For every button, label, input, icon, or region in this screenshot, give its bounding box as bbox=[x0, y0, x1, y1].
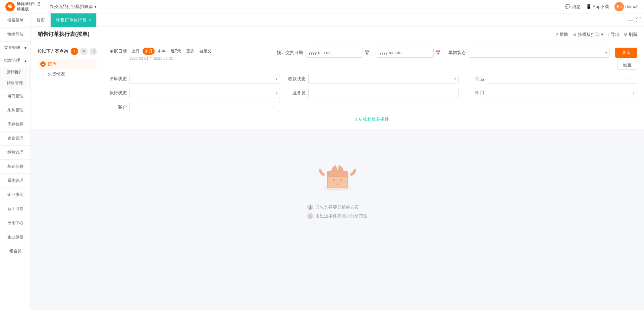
date-tab-this-month[interactable]: 本月 bbox=[143, 48, 155, 55]
refresh-button[interactable]: ↺ 刷新 bbox=[624, 32, 637, 38]
empty-tip-2: 2 用过滤条件来缩小分析范围 bbox=[307, 212, 368, 220]
export-icon: ↑ bbox=[607, 32, 610, 37]
tab-maximize-icon[interactable]: ⛶ bbox=[636, 17, 641, 23]
exec-status-select[interactable] bbox=[129, 88, 280, 98]
date-tab-7days[interactable]: 近7天 bbox=[169, 48, 183, 55]
sidebar-item-operations[interactable]: 经营管理 bbox=[0, 146, 31, 160]
sidebar-item-marketing[interactable]: 营销推广 bbox=[0, 67, 31, 78]
export-button[interactable]: ↑ 导出 bbox=[607, 32, 620, 38]
sidebar-item-app-center[interactable]: 应用中心 bbox=[0, 216, 31, 230]
filter-dept-item: 部门 ▾ bbox=[464, 88, 637, 98]
empty-illustration bbox=[317, 156, 358, 196]
scheme-edit-button[interactable]: ✎ bbox=[80, 48, 88, 55]
user-profile[interactable]: Ea demo2 bbox=[614, 2, 639, 11]
page-header: 销售订单执行表(按单) ? 帮助 🖨 按模板打印 ▾ ↑ 导出 bbox=[31, 27, 644, 42]
chevron-up-icon: ▴ bbox=[24, 58, 26, 63]
scheme-selector: 按以下方案查询 + ✎ 《 ● 按单 bbox=[38, 48, 101, 123]
goods-dots-icon[interactable]: ··· bbox=[628, 76, 634, 82]
filter-date-item: 单据日期 上月 本月 本年 近7天 更多 自定义 bbox=[107, 48, 271, 61]
topbar: 畅 畅捷通好生意 标准版 办公用品行业模拟账套 ▾ 💬 消息 📱 App下载 E… bbox=[0, 0, 644, 13]
app-download-button[interactable]: 📱 App下载 bbox=[586, 4, 609, 10]
calendar-end-icon[interactable]: 📅 bbox=[435, 50, 440, 55]
date-tab-last-month[interactable]: 上月 bbox=[129, 48, 142, 55]
sidebar-item-member[interactable]: 畅会员 bbox=[0, 244, 31, 258]
print-chevron-icon: ▾ bbox=[601, 32, 603, 37]
help-icon: ? bbox=[555, 32, 558, 37]
expected-date-start[interactable] bbox=[306, 48, 363, 58]
customer-dots-icon[interactable]: ··· bbox=[270, 104, 277, 110]
sidebar-item-inventory[interactable]: 库存核算 bbox=[0, 117, 31, 132]
status-select-wrapper: ▾ bbox=[469, 48, 610, 58]
scheme-add-button[interactable]: + bbox=[71, 48, 78, 55]
tab-close-icon[interactable]: × bbox=[89, 18, 91, 22]
download-icon: 📱 bbox=[586, 4, 591, 9]
scheme-collapse-button[interactable]: 《 bbox=[90, 48, 97, 55]
content-area: 首页 销售订单执行表 × — ⛶ 销售订单执行表(按单) ? 帮助 bbox=[31, 13, 644, 310]
chevron-down-icon: ▾ bbox=[24, 46, 26, 50]
scheme-item-by-order[interactable]: ● 按单 bbox=[38, 59, 97, 69]
salesman-picker[interactable]: ··· bbox=[308, 88, 459, 98]
message-button[interactable]: 💬 消息 bbox=[565, 4, 581, 10]
expected-date-end[interactable] bbox=[377, 48, 434, 58]
filter-payment-status-item: 收款状态 ▾ bbox=[285, 74, 459, 84]
filter-customer-item: 客户 ··· bbox=[107, 102, 280, 112]
salesman-label: 业务员 bbox=[285, 90, 306, 96]
sidebar-item-retail[interactable]: 零售管理 ▾ bbox=[0, 42, 31, 54]
message-icon: 💬 bbox=[565, 4, 571, 9]
tabbar-actions: — ⛶ bbox=[628, 17, 644, 23]
sidebar-item-purchase[interactable]: 采购管理 bbox=[0, 103, 31, 117]
collapse-row: ∧∧ 收起更多条件 bbox=[107, 115, 637, 123]
payment-status-select[interactable] bbox=[308, 74, 459, 84]
date-tab-custom[interactable]: 自定义 bbox=[197, 48, 213, 55]
delivery-status-select[interactable] bbox=[129, 74, 280, 84]
salesman-dots-icon[interactable]: ··· bbox=[449, 90, 455, 96]
main-layout: 搜索菜单 快捷导航 零售管理 ▾ 批发管理 ▴ 营销推广 销售管理 电商管理 采… bbox=[0, 13, 644, 310]
scheme-item-shortage[interactable]: ○ 欠货情况 bbox=[38, 69, 97, 79]
search-button[interactable]: 查询 bbox=[615, 48, 637, 58]
sidebar-item-ecommerce[interactable]: 电商管理 bbox=[0, 89, 31, 103]
status-select[interactable] bbox=[469, 48, 610, 58]
help-button[interactable]: ? 帮助 bbox=[555, 32, 568, 38]
goods-picker[interactable]: ··· bbox=[487, 74, 637, 84]
sidebar-item-system[interactable]: 系统管理 bbox=[0, 174, 31, 188]
tab-home[interactable]: 首页 bbox=[31, 13, 51, 27]
sidebar-item-basic-info[interactable]: 基础信息 bbox=[0, 160, 31, 174]
tab-minimize-icon[interactable]: — bbox=[628, 17, 633, 23]
exec-status-label: 执行状态 bbox=[107, 90, 127, 96]
sidebar-item-search[interactable]: 搜索菜单 bbox=[0, 13, 31, 28]
scheme-dot: ○ bbox=[40, 71, 46, 77]
sidebar-item-quick-nav[interactable]: 快捷导航 bbox=[0, 28, 31, 42]
topbar-left: 畅 畅捷通好生意 标准版 办公用品行业模拟账套 ▾ bbox=[5, 1, 97, 12]
delivery-status-label: 出库状态 bbox=[107, 76, 127, 82]
filter-actions: 查询 设置 bbox=[615, 48, 637, 70]
sidebar-item-wholesale[interactable]: 批发管理 ▴ bbox=[0, 54, 31, 67]
date-tab-this-year[interactable]: 本年 bbox=[156, 48, 168, 55]
filter-goods-item: 商品 ··· bbox=[464, 74, 637, 84]
filter-panel: 按以下方案查询 + ✎ 《 ● 按单 bbox=[31, 42, 644, 129]
exec-status-select-wrapper: ▾ bbox=[129, 88, 280, 98]
tabbar: 首页 销售订单执行表 × — ⛶ bbox=[31, 13, 644, 27]
calendar-start-icon[interactable]: 📅 bbox=[364, 50, 370, 55]
app-selector[interactable]: 办公用品行业模拟账套 ▾ bbox=[45, 4, 97, 10]
dept-select[interactable] bbox=[487, 88, 637, 98]
sidebar-item-sales-mgmt[interactable]: 销售管理 bbox=[0, 78, 31, 89]
sidebar-item-finance[interactable]: 资金管理 bbox=[0, 132, 31, 146]
sidebar-item-enterprise-wechat[interactable]: 企业微信 bbox=[0, 230, 31, 244]
filter-exec-status-item: 执行状态 ▾ bbox=[107, 88, 280, 98]
svg-point-4 bbox=[333, 179, 335, 181]
filter-status-item: 单据状态 ▾ bbox=[446, 48, 610, 58]
avatar: Ea bbox=[614, 2, 624, 11]
date-tab-more[interactable]: 更多 bbox=[184, 48, 196, 55]
customer-picker[interactable]: ··· bbox=[129, 102, 280, 112]
refresh-icon: ↺ bbox=[624, 32, 627, 37]
tab-sales-order-exec[interactable]: 销售订单执行表 × bbox=[51, 13, 97, 27]
dept-label: 部门 bbox=[464, 90, 484, 96]
collapse-button[interactable]: ∧∧ 收起更多条件 bbox=[354, 115, 390, 123]
sidebar-item-new-guide[interactable]: 新手引导 bbox=[0, 202, 31, 216]
filter-main: 按以下方案查询 + ✎ 《 ● 按单 bbox=[38, 48, 637, 123]
filter-salesman-item: 业务员 ··· bbox=[285, 88, 459, 98]
payment-status-select-wrapper: ▾ bbox=[308, 74, 459, 84]
sidebar-item-enterprise[interactable]: 企业协同 bbox=[0, 188, 31, 202]
print-button[interactable]: 🖨 按模板打印 ▾ bbox=[572, 32, 603, 38]
settings-button[interactable]: 设置 bbox=[617, 60, 637, 70]
